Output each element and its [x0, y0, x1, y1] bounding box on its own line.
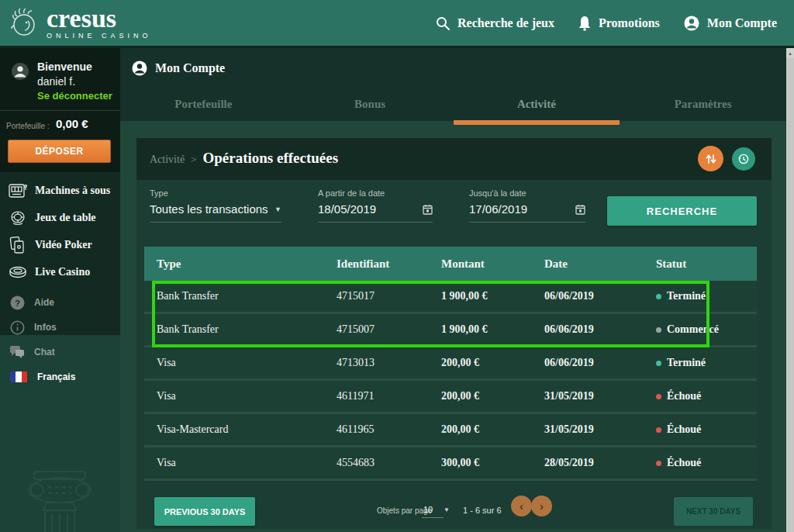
history-icon [737, 153, 750, 165]
table-row[interactable]: Visa-Mastercard 4611965 200,00 € 31/05/2… [144, 414, 757, 447]
sidebar-item-machines-a-sous[interactable]: Machines à sous [0, 177, 120, 204]
cresus-casino-app: cresus ONLINE CASINO Recherche de jeux P… [0, 0, 794, 532]
main-content: Mon Compte Portefeuille Bonus Activité P… [120, 48, 786, 532]
table-row[interactable]: Visa 4713013 200,00 € 06/06/2019 Terminé [144, 347, 757, 381]
sidebar-item-video-poker[interactable]: Vidéo Poker [0, 231, 120, 258]
filter-date-from-label: A partir de la date [318, 188, 433, 198]
nav-promotions-label: Promotions [599, 16, 660, 30]
account-band: Mon Compte Portefeuille Bonus Activité P… [120, 48, 786, 122]
sidebar-item-label: Français [37, 371, 75, 382]
table-header-row: Type Identifiant Montant Date Statut [144, 247, 757, 281]
page-next-button[interactable]: › [531, 496, 552, 516]
cell-date: 31/05/2019 [532, 423, 644, 436]
wallet-amount: 0,00 € [56, 117, 88, 130]
history-button[interactable] [732, 147, 755, 171]
cell-type: Visa [144, 357, 324, 369]
sidebar-item-label: Chat [34, 347, 55, 358]
cell-date: 06/06/2019 [532, 290, 644, 302]
filter-date-from-value: 18/05/2019 [318, 202, 376, 216]
nav-search-games[interactable]: Recherche de jeux [435, 16, 554, 31]
cell-id: 4713013 [324, 357, 429, 369]
cell-id: 4554683 [324, 457, 429, 469]
search-icon [435, 16, 451, 31]
page-title: Mon Compte [155, 61, 225, 75]
scrollbar-up-arrow[interactable]: ▲ [786, 48, 794, 58]
col-identifiant: Identifiant [324, 257, 429, 271]
filter-date-from-input[interactable]: A partir de la date 18/05/2019 [318, 188, 433, 223]
status-label: Échoué [667, 390, 701, 402]
breadcrumb-separator: > [191, 154, 196, 166]
pagination-bar: PREVIOUS 30 DAYS Objets par page 10 ▼ 1 … [136, 495, 772, 529]
panel-header: Activité > Opérations effectuées [136, 138, 772, 180]
cell-status: Terminé [644, 290, 757, 302]
filter-date-to-label: Jusqu'à la date [469, 188, 585, 198]
sidebar-item-live-casino[interactable]: Live Casino [0, 258, 120, 285]
deposit-button[interactable]: DÉPOSER [8, 140, 111, 163]
greek-column-art [17, 465, 102, 532]
bell-icon [578, 16, 592, 31]
filter-underline [469, 222, 585, 223]
sidebar-item-jeux-de-table[interactable]: Jeux de table [0, 204, 120, 231]
nav-account-label: Mon Compte [707, 16, 777, 30]
sidebar-item-chat[interactable]: Chat [0, 340, 120, 364]
filter-date-to-input[interactable]: Jusqu'à la date 17/06/2019 [469, 188, 585, 223]
activity-panel: Activité > Opérations effectuées [136, 138, 772, 529]
filter-type-label: Type [150, 188, 281, 198]
nav-mon-compte[interactable]: Mon Compte [683, 15, 777, 32]
status-label: Échoué [667, 423, 701, 436]
cell-amount: 200,00 € [429, 423, 532, 436]
breadcrumb-parent[interactable]: Activité [150, 154, 185, 166]
cell-amount: 1 900,00 € [429, 290, 532, 302]
sidebar-item-label: Jeux de table [35, 212, 96, 224]
next-30-days-button[interactable]: NEXT 30 DAYS [674, 497, 753, 526]
table-row[interactable]: Bank Transfer 4715007 1 900,00 € 06/06/2… [144, 314, 757, 347]
svg-text:?: ? [15, 298, 20, 307]
sidebar-item-aide[interactable]: ? Aide [0, 291, 120, 314]
status-dot [656, 327, 661, 333]
welcome-username: daniel f. [37, 75, 75, 88]
sidebar-divider [0, 110, 120, 111]
filter-type-select[interactable]: Type Toutes les transactions▼ [150, 188, 281, 223]
calendar-icon [423, 204, 433, 215]
per-page-select[interactable]: 10 [422, 505, 444, 518]
vertical-scrollbar[interactable]: ▲ [786, 48, 794, 532]
tab-activite[interactable]: Activité [454, 87, 620, 121]
sidebar-item-label: Aide [34, 297, 54, 308]
welcome-greeting: Bienvenue [37, 60, 92, 73]
cell-status: Terminé [644, 357, 757, 369]
status-label: Terminé [667, 357, 706, 369]
logout-link[interactable]: Se déconnecter [37, 90, 112, 102]
sidebar-item-label: Live Casino [35, 266, 90, 278]
cell-status: Commencé [644, 323, 757, 336]
previous-30-days-button[interactable]: PREVIOUS 30 DAYS [154, 497, 255, 526]
cell-amount: 200,00 € [429, 390, 532, 402]
transactions-button[interactable] [698, 146, 723, 171]
status-dot [656, 394, 661, 399]
cell-status: Échoué [644, 457, 757, 469]
cresus-logo[interactable]: cresus ONLINE CASINO [8, 5, 152, 41]
recherche-button[interactable]: RECHERCHE [607, 196, 757, 226]
table-row[interactable]: Visa 4554683 300,00 € 28/05/2019 Échoué [144, 447, 757, 481]
tab-portefeuille[interactable]: Portefeuille [120, 87, 287, 121]
cell-status: Échoué [644, 390, 757, 402]
casino-chip-icon [9, 265, 27, 279]
tab-bonus[interactable]: Bonus [287, 87, 454, 121]
status-label: Échoué [667, 457, 701, 469]
sidebar-item-langue-francais[interactable]: Français [0, 365, 120, 389]
tab-parametres[interactable]: Paramètres [620, 87, 786, 121]
page-previous-button[interactable]: ‹ [511, 496, 532, 516]
brand-name: cresus [47, 7, 152, 30]
cell-type: Visa-Mastercard [144, 423, 324, 436]
cell-type: Visa [144, 390, 324, 402]
cell-date: 28/05/2019 [532, 457, 644, 469]
sidebar-item-infos[interactable]: Infos [0, 316, 120, 339]
sidebar-item-label: Vidéo Poker [35, 239, 92, 251]
table-row[interactable]: Bank Transfer 4715017 1 900,00 € 06/06/2… [144, 281, 757, 314]
cell-type: Bank Transfer [144, 290, 324, 302]
cell-id: 4611965 [324, 423, 429, 436]
table-row[interactable]: Visa 4611971 200,00 € 31/05/2019 Échoué [144, 381, 757, 414]
status-label: Commencé [667, 323, 719, 336]
nav-promotions[interactable]: Promotions [578, 16, 660, 31]
account-tabs: Portefeuille Bonus Activité Paramètres [120, 87, 786, 122]
cell-amount: 200,00 € [429, 357, 532, 369]
